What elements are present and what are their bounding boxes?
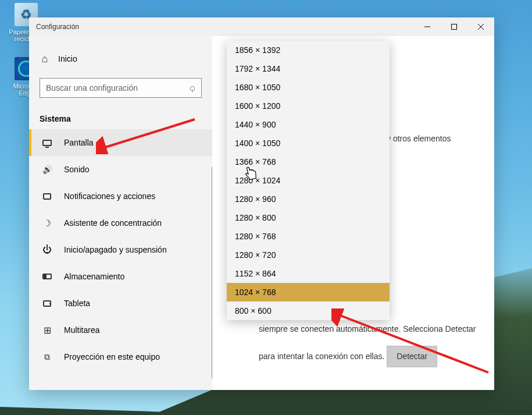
search-icon xyxy=(189,82,195,94)
sidebar-item-label: Notificaciones y acciones xyxy=(64,191,155,201)
resolution-option[interactable]: 800 × 600 xyxy=(227,302,390,320)
sidebar-item-proyeccion[interactable]: Proyección en este equipo xyxy=(29,343,212,370)
resolution-option[interactable]: 1440 × 900 xyxy=(227,115,390,134)
minimize-button[interactable] xyxy=(414,17,441,36)
home-icon xyxy=(40,54,50,64)
sidebar-item-multitarea[interactable]: Multitarea xyxy=(29,317,212,343)
sidebar-item-label: Multitarea xyxy=(64,325,99,335)
search-placeholder: Buscar una configuración xyxy=(46,83,189,93)
sidebar-item-label: Asistente de concentración xyxy=(64,218,162,228)
resolution-option[interactable]: 1024 × 768 xyxy=(227,283,390,302)
maximize-button[interactable] xyxy=(441,17,467,36)
resolution-option[interactable]: 1600 × 1200 xyxy=(227,97,390,115)
sidebar-item-label: Inicio/apagado y suspensión xyxy=(64,245,167,254)
sidebar-item-sonido[interactable]: Sonido xyxy=(29,156,212,183)
display-icon xyxy=(42,137,52,148)
storage-icon xyxy=(42,271,52,282)
sidebar-item-almacenamiento[interactable]: Almacenamiento xyxy=(29,263,212,290)
settings-window: Configuración Inicio Buscar una configur… xyxy=(29,17,494,390)
text-fragment-right: y otros elementos xyxy=(387,134,451,143)
resolution-option[interactable]: 1856 × 1392 xyxy=(227,41,390,59)
sidebar-item-label: Tableta xyxy=(64,299,90,308)
sidebar-item-asistente[interactable]: Asistente de concentración xyxy=(29,210,212,236)
search-input[interactable]: Buscar una configuración xyxy=(40,78,202,98)
window-title: Configuración xyxy=(36,23,79,31)
focus-assist-icon xyxy=(42,218,52,228)
sidebar-item-label: Almacenamiento xyxy=(64,272,124,281)
sidebar-item-tableta[interactable]: Tableta xyxy=(29,290,212,317)
multitask-icon xyxy=(42,325,52,335)
sidebar-item-label: Sonido xyxy=(64,165,90,174)
svg-rect-1 xyxy=(452,24,457,30)
project-icon xyxy=(42,352,52,362)
sidebar-item-label: Pantalla xyxy=(64,138,94,147)
home-label: Inicio xyxy=(58,54,77,63)
detect-button[interactable]: Detectar xyxy=(387,346,437,367)
sidebar-item-label: Proyección en este equipo xyxy=(64,352,160,361)
resolution-option[interactable]: 1280 × 768 xyxy=(227,227,390,246)
desktop-background: Papelera de reciclaje Microsoft Edge Con… xyxy=(0,0,532,415)
sound-icon xyxy=(42,164,52,175)
tablet-icon xyxy=(42,298,52,308)
home-link[interactable]: Inicio xyxy=(29,48,212,70)
sidebar-item-pantalla[interactable]: Pantalla xyxy=(29,129,212,156)
resolution-option[interactable]: 1280 × 960 xyxy=(227,190,390,208)
power-icon xyxy=(42,244,52,255)
category-heading: Sistema xyxy=(29,106,212,129)
resolution-option[interactable]: 1680 × 1050 xyxy=(227,78,390,97)
resolution-option[interactable]: 1152 × 864 xyxy=(227,264,390,283)
titlebar: Configuración xyxy=(29,17,494,36)
resolution-option[interactable]: 1400 × 1050 xyxy=(227,134,390,152)
close-button[interactable] xyxy=(467,17,494,36)
sidebar-item-energia[interactable]: Inicio/apagado y suspensión xyxy=(29,236,212,263)
resolution-option[interactable]: 1792 × 1344 xyxy=(227,59,390,78)
sidebar-item-notificaciones[interactable]: Notificaciones y acciones xyxy=(29,183,212,210)
notifications-icon xyxy=(42,191,52,201)
resolution-option[interactable]: 1280 × 720 xyxy=(227,246,390,264)
sidebar: Inicio Buscar una configuración Sistema … xyxy=(29,36,212,390)
resolution-option[interactable]: 1280 × 800 xyxy=(227,208,390,227)
text-fragment-bottom: siempre se conecten automáticamente. Sel… xyxy=(259,323,480,367)
